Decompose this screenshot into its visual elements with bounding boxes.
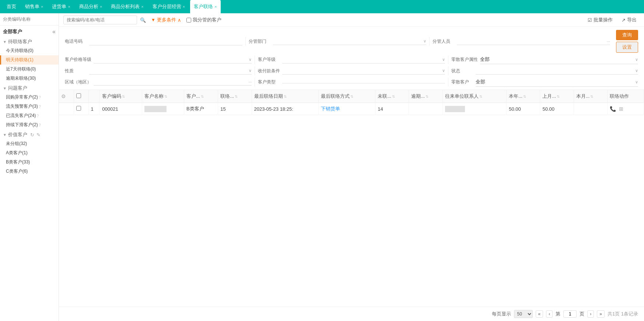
th-code[interactable]: 客户编码⇅ [100, 90, 142, 103]
th-no-contact[interactable]: 未联...⇅ [375, 90, 409, 103]
filter-dept: 分管部门 ∨ [249, 38, 426, 45]
filter-payment: 收付款条件 ∨ [258, 67, 445, 75]
first-page-btn[interactable]: « [536, 310, 543, 318]
cell-overdue [409, 103, 442, 115]
nav-product-list[interactable]: 商品分析列表× [107, 0, 147, 13]
filter-retail: 零散客户 全部 ∨ [451, 77, 638, 87]
cell-no-contact: 14 [375, 103, 409, 115]
th-type[interactable]: 客户...⇅ [184, 90, 218, 103]
set-btn[interactable]: 设置 [616, 42, 638, 53]
sidebar-item-class-c[interactable]: C类客户(6) [0, 167, 59, 176]
status-select[interactable]: ∨ [476, 67, 638, 75]
th-contacts[interactable]: 联络...⇅ [218, 90, 252, 103]
query-btn[interactable]: 查询 [616, 30, 638, 40]
last-method-link[interactable]: 下销货单 [321, 106, 340, 111]
sidebar-search-container: 🔍 [0, 13, 59, 25]
sidebar-item-warning[interactable]: 流失预警客户(3) ? [0, 102, 59, 111]
page-size-select[interactable]: 50 100 200 [514, 310, 533, 318]
th-settings[interactable]: ⚙ [59, 90, 74, 103]
nav-customer-tier[interactable]: 客户分层经营× [149, 0, 189, 13]
th-this-year[interactable]: 本年...⇅ [507, 90, 540, 103]
cell-contacts: 15 [218, 103, 252, 115]
sidebar-item-declining[interactable]: 持续下滑客户(2) ? [0, 120, 59, 130]
payment-select[interactable]: ∨ [282, 67, 445, 75]
search-input[interactable] [63, 15, 137, 24]
area-select[interactable]: ··· [94, 79, 252, 86]
filter-actions: 查询 设置 [616, 30, 638, 53]
search-icon[interactable]: 🔍 [140, 17, 146, 23]
th-action: 联络动作 [607, 90, 644, 103]
action-phone-icon[interactable]: 📞 [610, 106, 616, 112]
cell-action: 📞 ⊞ [607, 103, 644, 115]
dept-select[interactable]: ∨ [273, 38, 426, 45]
nav-home[interactable]: 首页 [3, 0, 20, 13]
sidebar-value-edit[interactable]: ✎ [36, 132, 41, 138]
nav-purchase[interactable]: 进货单× [48, 0, 74, 13]
th-no [88, 90, 100, 103]
phone-input[interactable] [89, 38, 242, 45]
filter-nature: 性质 ∨ [65, 67, 252, 75]
filter-row-1: 电话号码 分管部门 ∨ 分管人员 ··· [65, 30, 638, 53]
cell-checkbox[interactable] [74, 103, 88, 115]
next-page-btn[interactable]: › [587, 310, 594, 318]
nav-customer-contact[interactable]: 客户联络× [190, 0, 220, 13]
select-all-checkbox[interactable] [76, 93, 81, 98]
row-checkbox[interactable] [76, 106, 81, 111]
person-select[interactable]: ··· [457, 38, 610, 45]
filter-area: 区域（地区） ··· [65, 79, 252, 86]
sidebar-item-class-a[interactable]: A类客户(1) [0, 148, 59, 158]
table-body: 1 000021 B类客户 15 2023-05-23 18:25: 下销货单 … [59, 103, 644, 115]
customer-type-select[interactable] [282, 81, 445, 83]
nature-select[interactable]: ∨ [89, 67, 252, 75]
filter-row-3: 性质 ∨ 收付款条件 ∨ 状态 [65, 66, 638, 75]
th-this-month[interactable]: 本月...⇅ [574, 90, 607, 103]
sidebar-search-input[interactable] [3, 17, 58, 22]
th-last-month[interactable]: 上月...⇅ [540, 90, 574, 103]
sidebar-item-7days[interactable]: 近7天待联络(0) [0, 65, 59, 74]
retail-attr-select[interactable]: 全部 ∨ [480, 55, 638, 64]
sidebar-all-customers[interactable]: 全部客户 « [0, 25, 59, 37]
sidebar-item-tomorrow[interactable]: 明天待联络(1) [0, 55, 59, 65]
cell-this-year: 50.00 [507, 103, 540, 115]
last-page-btn[interactable]: » [597, 310, 605, 318]
sidebar-item-class-b[interactable]: B类客户(33) [0, 158, 59, 167]
sidebar-item-overdue[interactable]: 逾期未联络(30) [0, 74, 59, 83]
th-checkbox[interactable] [74, 90, 88, 103]
th-last-method[interactable]: 最后联络方式⇅ [319, 90, 375, 103]
filter-row-2: 客户价格等级 ∨ 客户等级 ∨ 零散客户属性 [65, 55, 638, 64]
prev-page-btn[interactable]: ‹ [546, 310, 553, 318]
filter-bar: 🔍 ▼ 更多条件 ∧ 我分管的客户 ☑ 批量操作 ↗ 导出 [59, 13, 644, 27]
th-unit-contact[interactable]: 往来单位联系人⇅ [442, 90, 507, 103]
sidebar-collapse-btn[interactable]: « [52, 28, 56, 35]
more-conditions-btn[interactable]: ▼ 更多条件 ∧ [149, 15, 183, 24]
th-overdue[interactable]: 逾期...⇅ [409, 90, 442, 103]
price-level-select[interactable]: ∨ [94, 56, 252, 63]
cell-name [142, 103, 184, 115]
filter-row-4: 区域（地区） ··· 客户类型 零散客户 [65, 77, 638, 87]
action-grid-icon[interactable]: ⊞ [619, 106, 623, 112]
my-customers-checkbox-label[interactable]: 我分管的客户 [186, 17, 221, 23]
customer-table: ⚙ 客户编码⇅ 客户名称⇅ 客户...⇅ 联络...⇅ 最后联络日期⇅ 最后联络… [59, 90, 644, 115]
th-last-date[interactable]: 最后联络日期⇅ [252, 90, 319, 103]
sidebar-value-refresh[interactable]: ↻ [30, 132, 34, 138]
retail-select[interactable]: 全部 ∨ [476, 77, 638, 87]
th-name[interactable]: 客户名称⇅ [142, 90, 184, 103]
sidebar-item-ungrouped[interactable]: 未分组(32) [0, 139, 59, 148]
cell-last-method[interactable]: 下销货单 [319, 103, 375, 115]
sidebar: 🔍 全部客户 « ▼ 待联络客户 今天待联络(0) 明天待联络(1) 近7天待联… [0, 13, 59, 321]
batch-btn[interactable]: ☑ 批量操作 [585, 15, 616, 24]
sidebar-item-abnormal[interactable]: 回购异常客户(2) ? [0, 93, 59, 102]
sidebar-item-today[interactable]: 今天待联络(0) [0, 46, 59, 55]
page-input[interactable] [563, 310, 577, 318]
customer-level-select[interactable]: ∨ [282, 56, 445, 63]
table-header: ⚙ 客户编码⇅ 客户名称⇅ 客户...⇅ 联络...⇅ 最后联络日期⇅ 最后联络… [59, 90, 644, 103]
sidebar-item-lost[interactable]: 已流失客户(24) ? [0, 111, 59, 120]
my-customers-checkbox[interactable] [186, 18, 191, 23]
nav-sales[interactable]: 销售单× [21, 0, 47, 13]
sidebar-group-problem: ▼ 问题客户 [0, 83, 59, 93]
export-btn[interactable]: ↗ 导出 [619, 15, 640, 24]
nav-product-analysis[interactable]: 商品分析× [76, 0, 106, 13]
cell-code: 000021 [100, 103, 142, 115]
sidebar-group-value: ▼ 价值客户 ↻ ✎ [0, 130, 59, 139]
right-content: 🔍 ▼ 更多条件 ∧ 我分管的客户 ☑ 批量操作 ↗ 导出 [59, 13, 644, 321]
